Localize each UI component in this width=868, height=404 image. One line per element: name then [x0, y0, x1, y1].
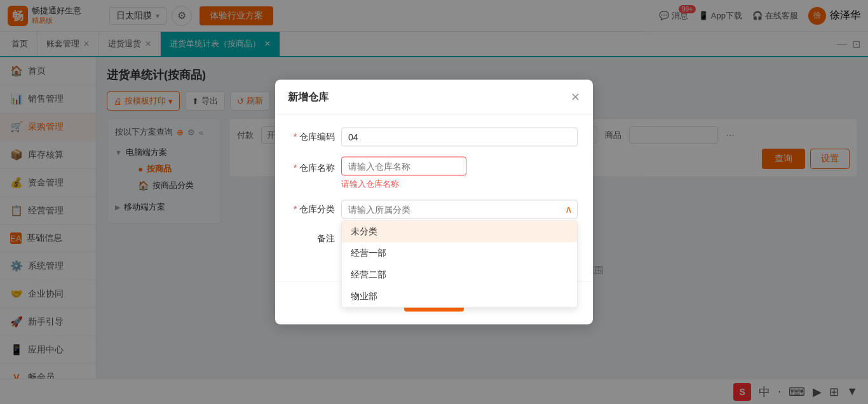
dialog-close-icon[interactable]: ✕ [571, 90, 580, 104]
dropdown-option-property[interactable]: 物业部 [342, 286, 577, 307]
code-label: * 仓库编码 [290, 128, 341, 143]
form-row-category: * 仓库分类 ∧ 未分类 经营一部 经营二部 物业部 [290, 200, 578, 219]
category-dropdown-list: 未分类 经营一部 经营二部 物业部 [341, 220, 578, 308]
dialog-body: * 仓库编码 * 仓库名称 请输入仓库名称 * 仓库分类 [275, 115, 593, 281]
dropdown-option-dept1[interactable]: 经营一部 [342, 243, 577, 264]
dialog-title: 新增仓库 [288, 90, 329, 104]
category-label: * 仓库分类 [290, 200, 341, 215]
category-dropdown-arrow-icon[interactable]: ∧ [565, 203, 573, 215]
category-required-mark: * [294, 204, 297, 214]
dialog-header: 新增仓库 ✕ [275, 80, 593, 115]
dropdown-option-dept2[interactable]: 经营二部 [342, 264, 577, 286]
dropdown-option-unclassified[interactable]: 未分类 [342, 221, 577, 243]
name-required-mark: * [294, 163, 297, 173]
name-label: * 仓库名称 [290, 159, 341, 174]
add-warehouse-dialog: 新增仓库 ✕ * 仓库编码 * 仓库名称 请输入仓库名称 [275, 80, 593, 325]
code-required-mark: * [294, 131, 297, 142]
category-select-input[interactable] [341, 200, 578, 219]
warehouse-name-input[interactable] [341, 157, 466, 176]
name-error-message: 请输入仓库名称 [341, 178, 399, 190]
form-row-name: * 仓库名称 请输入仓库名称 [290, 157, 578, 190]
category-select-wrap: ∧ 未分类 经营一部 经营二部 物业部 [341, 200, 578, 219]
warehouse-code-input[interactable] [341, 128, 578, 147]
remark-label: 备注 [290, 229, 341, 245]
form-row-code: * 仓库编码 [290, 128, 578, 147]
